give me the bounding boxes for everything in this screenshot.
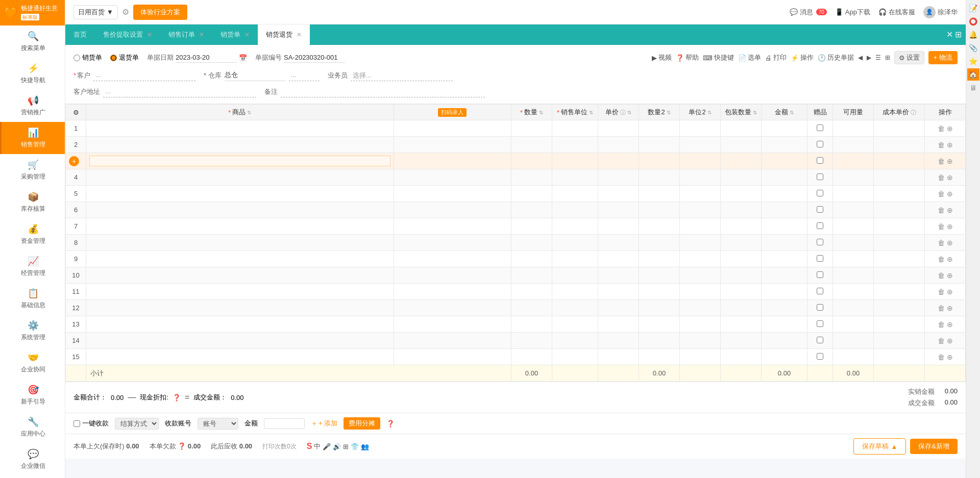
customer-input[interactable]: ... [93,70,195,81]
row-copy-13[interactable]: ⊕ [947,320,953,329]
row-delete-4[interactable]: 🗑 [938,173,945,182]
row-cost-10[interactable] [874,267,925,284]
current-debt-help[interactable]: ❓ [178,442,186,450]
video-btn[interactable]: ▶ 视频 [652,51,672,64]
no-value[interactable]: SA-20230320-001 [284,53,345,63]
right-panel-btn-3[interactable]: 🔔 [967,29,979,41]
row-avail-5[interactable] [833,186,874,202]
row-amount-11[interactable] [762,284,807,300]
row-avail-1[interactable] [833,120,874,137]
tab-close-all-icon[interactable]: ✕ [946,30,953,39]
row-copy-4[interactable]: ⊕ [947,173,953,182]
row-price-9[interactable] [598,251,639,267]
row-copy-10[interactable]: ⊕ [947,271,953,280]
row-price-5[interactable] [598,186,639,202]
row-amount-8[interactable] [762,235,807,251]
row-qty2-5[interactable] [639,186,680,202]
row-gift-3[interactable] [807,153,833,169]
row-price-10[interactable] [598,267,639,284]
row-product-7[interactable] [86,218,394,235]
tab-sales-delivery[interactable]: 销货单 ✕ [212,24,258,45]
row-copy-2[interactable]: ⊕ [947,141,953,149]
row-gift-check-10[interactable] [817,271,823,278]
row-unit-7[interactable] [552,218,598,235]
sidebar-item-purchase[interactable]: 🛒 采购管理 [0,154,65,186]
row-delete-13[interactable]: 🗑 [938,320,945,329]
row-copy-9[interactable]: ⊕ [947,255,953,263]
tab-sales-return[interactable]: 销货退货 ✕ [258,24,310,45]
row-cost-1[interactable] [874,120,925,137]
row-copy-14[interactable]: ⊕ [947,337,953,345]
fee-split-help-icon[interactable]: ❓ [386,420,395,427]
select-btn[interactable]: 📄 选单 [738,51,761,64]
row-gift-check-14[interactable] [817,337,823,343]
row-qty2-8[interactable] [639,235,680,251]
view-list-btn[interactable]: ☰ [875,51,881,64]
row-copy-5[interactable]: ⊕ [947,190,953,198]
row-avail-10[interactable] [833,267,874,284]
radio-return-input[interactable] [110,55,117,61]
row-gift-11[interactable] [807,284,833,300]
row-delete-9[interactable]: 🗑 [938,255,945,263]
salesperson-input[interactable]: 选择... [351,70,453,81]
tab-sales-order[interactable]: 销售订单 ✕ [160,24,212,45]
row-pkg-8[interactable] [721,235,762,251]
th-price-info[interactable]: ⓘ [620,109,626,116]
sidebar-item-operation[interactable]: 📈 经营管理 [0,250,65,283]
row-amount-3[interactable] [762,153,807,169]
sidebar-item-search[interactable]: 🔍 搜索菜单 [0,26,65,58]
row-gift-5[interactable] [807,186,833,202]
row-product-1[interactable] [86,120,394,137]
sidebar-item-finance[interactable]: 💰 资金管理 [0,218,65,250]
row-cost-15[interactable] [874,349,925,365]
row-amount-2[interactable] [762,137,807,153]
add-payment-btn[interactable]: ＋ + 添加 [311,419,337,428]
date-calendar-icon[interactable]: 📅 [239,54,247,62]
row-product-15[interactable] [86,349,394,365]
row-price-15[interactable] [598,349,639,365]
row-unit-11[interactable] [552,284,598,300]
row-unit-10[interactable] [552,267,598,284]
th-price-sort[interactable]: ⇅ [627,110,631,115]
row-avail-12[interactable] [833,300,874,316]
row-qty-8[interactable] [511,235,552,251]
row-delete-11[interactable]: 🗑 [938,288,945,296]
fee-split-btn[interactable]: 费用分摊 [344,417,380,430]
row-avail-13[interactable] [833,316,874,333]
row-gift-13[interactable] [807,316,833,333]
row-gift-check-7[interactable] [817,222,823,229]
account-no-select[interactable]: 账号 [198,418,238,430]
tab-sales-delivery-close[interactable]: ✕ [244,31,250,38]
row-product-5[interactable] [86,186,394,202]
row-gift-check-1[interactable] [817,124,823,131]
row-avail-7[interactable] [833,218,874,235]
row-qty-5[interactable] [511,186,552,202]
row-product-6[interactable] [86,202,394,218]
row-copy-1[interactable]: ⊕ [947,124,953,133]
topbar-gear-icon[interactable]: ⚙ [122,7,129,17]
row-amount-6[interactable] [762,202,807,218]
right-panel-btn-7[interactable]: 🖥 [967,82,979,94]
row-delete-6[interactable]: 🗑 [938,206,945,214]
radio-sales-input[interactable] [74,55,80,61]
row-copy-7[interactable]: ⊕ [947,222,953,231]
row-qty2-7[interactable] [639,218,680,235]
row-cost-4[interactable] [874,169,925,186]
row-qty2-1[interactable] [639,120,680,137]
experience-btn[interactable]: 体验行业方案 [133,5,187,20]
row-gift-check-8[interactable] [817,239,823,245]
sidebar-item-system[interactable]: ⚙️ 系统管理 [0,315,65,347]
message-item[interactable]: 💬 消息 70 [790,8,827,17]
row-qty-12[interactable] [511,300,552,316]
row-unit2-3[interactable] [680,153,721,169]
row-unit-13[interactable] [552,316,598,333]
row-amount-12[interactable] [762,300,807,316]
online-service-item[interactable]: 🎧 在线客服 [878,8,915,17]
user-item[interactable]: 👤 徐泽华 [923,6,958,18]
th-pkg-sort[interactable]: ⇅ [753,110,757,115]
sidebar-item-base[interactable]: 📋 基础信息 [0,283,65,315]
row-price-13[interactable] [598,316,639,333]
row-price-7[interactable] [598,218,639,235]
row-gift-check-12[interactable] [817,304,823,311]
help-btn[interactable]: ❓ 帮助 [676,51,699,64]
